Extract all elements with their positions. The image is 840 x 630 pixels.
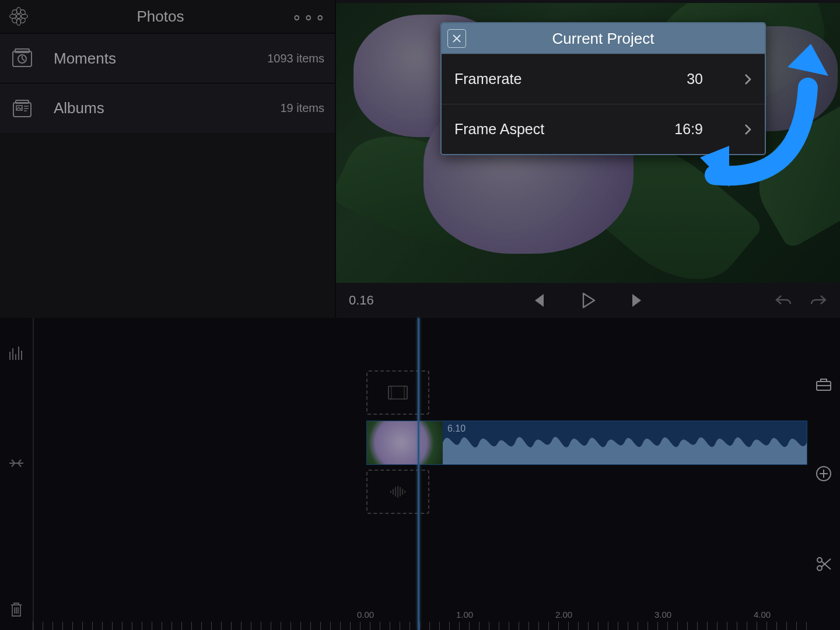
more-options-icon[interactable]: ∘∘∘ [292, 7, 327, 26]
source-row-count: 1093 items [267, 52, 324, 65]
empty-audio-slot[interactable] [366, 470, 429, 514]
source-row-count: 19 items [280, 102, 324, 115]
timeline-ruler[interactable]: 0.00 1.00 2.00 3.00 4.00 [33, 607, 807, 630]
source-row-moments[interactable]: Moments 1093 items [0, 33, 335, 83]
audio-levels-icon[interactable] [8, 344, 25, 361]
video-clip[interactable]: 6.10 [366, 421, 807, 465]
clip-audio-waveform: 6.10 [443, 421, 807, 464]
svg-point-0 [16, 14, 20, 18]
play-icon[interactable] [579, 292, 597, 309]
source-row-label: Moments [54, 50, 116, 68]
source-row-albums[interactable]: Albums 19 items [0, 83, 335, 133]
timecode: 0.16 [349, 293, 374, 308]
timeline-panel: 6.10 0.00 1.00 2.00 3.00 4.00 [0, 318, 840, 630]
video-slot-icon [388, 386, 408, 400]
current-project-popup: Current Project Framerate 30 Frame Aspec… [440, 22, 766, 155]
track-link-icon[interactable] [8, 454, 25, 472]
ruler-label: 2.00 [555, 610, 572, 620]
popup-header: Current Project [442, 23, 765, 54]
prev-frame-icon[interactable] [529, 292, 547, 309]
svg-point-4 [22, 14, 28, 18]
timeline-right-rail [807, 318, 840, 630]
next-frame-icon[interactable] [629, 292, 647, 309]
photos-app-icon [8, 6, 29, 27]
transport-bar: 0.16 [336, 283, 840, 318]
timeline-tracks[interactable]: 6.10 [33, 318, 807, 607]
source-title: Photos [29, 8, 292, 26]
empty-video-slot[interactable] [366, 370, 429, 415]
toolbox-icon[interactable] [815, 375, 832, 393]
playhead[interactable] [418, 318, 419, 630]
popup-title: Current Project [466, 30, 740, 48]
audio-slot-icon [388, 485, 408, 499]
source-header: Photos ∘∘∘ [0, 0, 335, 33]
popup-close-button[interactable] [447, 29, 466, 48]
popup-row-label: Frame Aspect [454, 121, 544, 138]
popup-row-framerate[interactable]: Framerate 30 [442, 54, 765, 104]
popup-row-aspect[interactable]: Frame Aspect 16:9 [442, 104, 765, 154]
source-row-label: Albums [54, 99, 104, 117]
ruler-label: 0.00 [357, 610, 374, 620]
svg-point-3 [10, 14, 16, 18]
chevron-right-icon [744, 73, 752, 86]
ruler-label: 3.00 [654, 610, 671, 620]
ruler-label: 4.00 [754, 610, 771, 620]
svg-point-2 [16, 19, 20, 26]
popup-row-label: Framerate [454, 71, 522, 88]
popup-row-value: 16:9 [674, 121, 703, 138]
timeline-left-rail [0, 318, 33, 630]
albums-icon [10, 97, 34, 120]
close-icon [452, 33, 462, 44]
scissors-cut-icon[interactable] [815, 555, 832, 573]
svg-point-1 [16, 8, 20, 14]
svg-rect-15 [16, 100, 29, 103]
popup-row-value: 30 [687, 71, 703, 88]
undo-icon[interactable] [775, 293, 792, 308]
ruler-label: 1.00 [456, 610, 473, 620]
redo-icon[interactable] [810, 293, 827, 308]
clip-thumbnail [367, 421, 443, 464]
chevron-right-icon [744, 123, 752, 136]
add-track-icon[interactable] [815, 465, 832, 482]
source-panel: Photos ∘∘∘ Moments 1093 items Albums 19 … [0, 0, 335, 318]
svg-line-13 [22, 59, 24, 61]
clip-duration: 6.10 [447, 424, 466, 434]
trash-icon[interactable] [8, 600, 25, 618]
moments-icon [10, 47, 34, 70]
